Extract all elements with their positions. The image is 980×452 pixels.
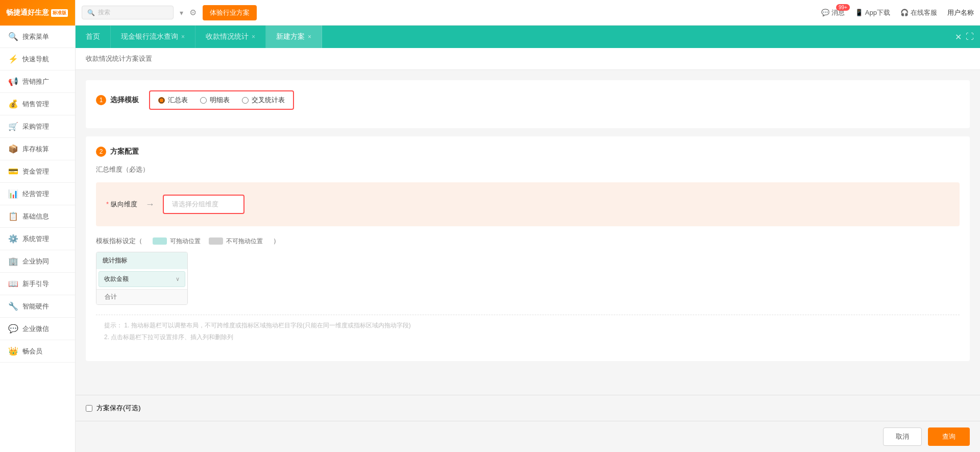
nav-tabs-bar: 首页 现金银行流水查询 × 收款情况统计 × 新建方案 × ✕ ⛶ <box>76 26 980 48</box>
sidebar-item-enterprise[interactable]: 🏢 企业协同 <box>0 250 75 273</box>
radio-summary-input[interactable] <box>158 97 165 104</box>
dropdown-arrow-icon[interactable]: ▾ <box>180 9 183 17</box>
stats-cell-label: 收款金额 <box>104 275 129 283</box>
config-section: 2 方案配置 汇总维度（必选） * 纵向维度 → 请选择分组维度 <box>86 136 970 361</box>
sidebar-item-label: 智能硬件 <box>22 302 49 311</box>
purchase-icon: 🛒 <box>8 122 18 131</box>
stats-cell-amount[interactable]: 收款金额 ∨ <box>99 271 185 287</box>
marketing-icon: 📢 <box>8 77 18 86</box>
online-service-item[interactable]: 🎧 在线客服 <box>900 8 937 17</box>
sidebar-item-label: 企业协同 <box>22 257 49 266</box>
notification-item[interactable]: 💬 消息 99+ <box>821 8 845 17</box>
radio-summary-label: 汇总表 <box>168 96 188 105</box>
app-download-item[interactable]: 📱 App下载 <box>855 8 890 17</box>
sidebar-item-search[interactable]: 🔍 搜索菜单 <box>0 26 75 48</box>
cancel-button[interactable]: 取消 <box>883 427 922 446</box>
industry-button[interactable]: 体验行业方案 <box>203 5 257 20</box>
radio-detail-label: 明细表 <box>210 96 230 105</box>
save-checkbox[interactable] <box>86 405 92 412</box>
content-area: 收款情况统计方案设置 1 选择模板 汇总表 明细表 <box>76 48 980 452</box>
radio-detail[interactable]: 明细表 <box>200 96 230 105</box>
step1-header: 1 选择模板 汇总表 明细表 交叉统计表 <box>96 90 960 110</box>
tab-newplan-label: 新建方案 <box>276 32 305 41</box>
radio-cross[interactable]: 交叉统计表 <box>242 96 285 105</box>
radio-detail-input[interactable] <box>200 97 207 104</box>
content-body: 1 选择模板 汇总表 明细表 交叉统计表 <box>76 70 980 395</box>
sidebar-item-system[interactable]: ⚙️ 系统管理 <box>0 228 75 250</box>
service-icon: 🎧 <box>900 9 909 16</box>
sidebar-item-label: 搜索菜单 <box>22 32 49 41</box>
dimension-area: * 纵向维度 → 请选择分组维度 <box>96 182 960 226</box>
notification-badge: 99+ <box>836 4 850 11</box>
step1-label: 选择模板 <box>110 96 139 105</box>
edition-badge: 标准版 <box>51 9 68 17</box>
window-close-icon[interactable]: ✕ <box>955 32 962 42</box>
inventory-icon: 📦 <box>8 144 18 154</box>
sidebar-item-inventory[interactable]: 📦 库存核算 <box>0 138 75 160</box>
closing-paren: ） <box>273 236 280 246</box>
template-options-group: 汇总表 明细表 交叉统计表 <box>149 90 294 110</box>
sidebar-item-hardware[interactable]: 🔧 智能硬件 <box>0 295 75 318</box>
tab-home-label: 首页 <box>86 32 100 41</box>
window-expand-icon[interactable]: ⛶ <box>966 32 974 41</box>
required-marker: * <box>106 200 109 208</box>
step2-label: 方案配置 <box>110 147 139 156</box>
sidebar-item-label: 基础信息 <box>22 212 49 221</box>
search-icon: 🔍 <box>87 9 95 16</box>
app-logo: 畅捷通好生意 标准版 <box>0 0 75 26</box>
sidebar-item-management[interactable]: 📊 经营管理 <box>0 183 75 205</box>
radio-summary[interactable]: 汇总表 <box>158 96 188 105</box>
sidebar-item-basic[interactable]: 📋 基础信息 <box>0 205 75 228</box>
enterprise-icon: 🏢 <box>8 256 18 266</box>
sidebar-item-marketing[interactable]: 📢 营销推广 <box>0 70 75 93</box>
gear-icon[interactable]: ⚙ <box>189 8 197 17</box>
arrow-icon: → <box>145 199 155 210</box>
basic-icon: 📋 <box>8 211 18 221</box>
sidebar-item-member[interactable]: 👑 畅会员 <box>0 340 75 363</box>
stats-header: 统计指标 <box>96 252 187 269</box>
sidebar-item-sales[interactable]: 💰 销售管理 <box>0 93 75 115</box>
sidebar-item-purchase[interactable]: 🛒 采购管理 <box>0 115 75 138</box>
username-display[interactable]: 用户名称 <box>947 8 974 17</box>
draggable-color-box <box>153 237 167 245</box>
guide-icon: 📖 <box>8 279 18 289</box>
tab-collection-label: 收款情况统计 <box>206 32 249 41</box>
sidebar-item-quicknav[interactable]: ⚡ 快速导航 <box>0 48 75 70</box>
tab-collection-close[interactable]: × <box>252 33 255 40</box>
query-button[interactable]: 查询 <box>928 427 970 446</box>
dimension-select[interactable]: 请选择分组维度 <box>163 195 244 214</box>
download-label: App下载 <box>865 8 890 17</box>
metrics-legend: 可拖动位置 不可拖动位置 <box>153 237 263 246</box>
sidebar-item-label: 资金管理 <box>22 167 49 176</box>
member-icon: 👑 <box>8 346 18 356</box>
radio-cross-label: 交叉统计表 <box>252 96 285 105</box>
legend-draggable: 可拖动位置 <box>153 237 201 246</box>
footer-bar: 取消 查询 <box>76 421 980 452</box>
download-icon: 📱 <box>855 9 863 16</box>
sidebar-item-label: 采购管理 <box>22 122 49 131</box>
tab-collection[interactable]: 收款情况统计 × <box>195 26 266 48</box>
topbar: 🔍 搜索 ▾ ⚙ 体验行业方案 💬 消息 99+ 📱 App下载 🎧 在线客服 … <box>76 0 980 26</box>
dimension-subtitle: 汇总维度（必选） <box>96 165 960 174</box>
tab-newplan[interactable]: 新建方案 × <box>266 26 322 48</box>
sidebar-item-label: 库存核算 <box>22 145 49 154</box>
tab-cashbank[interactable]: 现金银行流水查询 × <box>111 26 195 48</box>
dropdown-arrow-icon[interactable]: ∨ <box>176 276 180 282</box>
tab-cashbank-close[interactable]: × <box>181 33 185 40</box>
search-box[interactable]: 🔍 搜索 <box>82 6 174 19</box>
sidebar-item-wechat[interactable]: 💬 企业微信 <box>0 318 75 340</box>
vertical-label-text: 纵向维度 <box>111 200 137 208</box>
system-icon: ⚙️ <box>8 234 18 244</box>
quick-icon: ⚡ <box>8 54 18 64</box>
sidebar-item-finance[interactable]: 💳 资金管理 <box>0 160 75 183</box>
vertical-dimension-label: * 纵向维度 <box>106 200 137 209</box>
hardware-icon: 🔧 <box>8 301 18 311</box>
tab-newplan-close[interactable]: × <box>308 33 311 40</box>
hint-line1: 提示： 1. 拖动标题栏可以调整布局，不可跨维度或指标区域拖动栏目字段(只能在同… <box>104 321 951 330</box>
management-icon: 📊 <box>8 189 18 199</box>
tab-home[interactable]: 首页 <box>76 26 111 48</box>
sidebar-item-guide[interactable]: 📖 新手引导 <box>0 273 75 295</box>
radio-cross-input[interactable] <box>242 97 249 104</box>
hints-area: 提示： 1. 拖动标题栏可以调整布局，不可跨维度或指标区域拖动栏目字段(只能在同… <box>96 315 960 351</box>
finance-icon: 💳 <box>8 166 18 176</box>
